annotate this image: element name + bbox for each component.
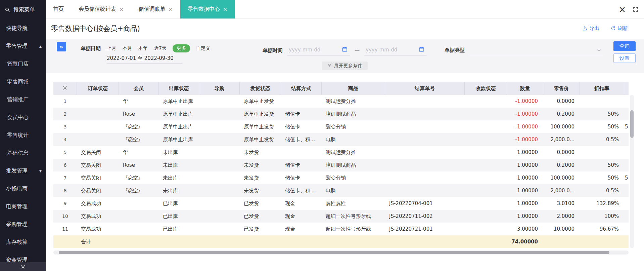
cell-price: 2.0000 [543, 210, 580, 223]
doc-type-select[interactable] [469, 45, 604, 55]
sidebar-item-smart-store[interactable]: 智慧门店 [0, 55, 46, 73]
tab-close-icon[interactable]: × [119, 6, 124, 12]
table-row-9[interactable]: 9交易成功已出库已发货现金属性属性JS-20220704-0011.000003… [53, 197, 629, 210]
vertical-scrollbar[interactable] [630, 95, 634, 248]
cell-settle_no [385, 120, 465, 133]
cell-sliver [624, 146, 629, 159]
horizontal-scrollbar[interactable] [53, 250, 629, 255]
column-settings-header[interactable] [53, 82, 77, 95]
doc-date-label: 单据日期 [81, 45, 101, 52]
query-button[interactable]: 查询 [613, 41, 636, 51]
date-quick-this-month[interactable]: 本月 [122, 45, 132, 52]
tab-member-stored-value-report[interactable]: 会员储值统计表× [71, 0, 131, 18]
sidebar-item-marketing-promotion[interactable]: 营销推广 [0, 91, 46, 109]
col-delivery-status[interactable]: 发货状态 [240, 82, 281, 95]
cell-guide [199, 95, 240, 108]
sidebar-item-retail-management[interactable]: 零售管理▲ [0, 37, 46, 55]
vertical-scrollbar-thumb[interactable] [630, 110, 634, 138]
filter-panel: » 单据日期 上月本月本年近7天更多自定义 2022-07-01 至 2022-… [46, 39, 644, 73]
collapse-filter-button[interactable]: » [57, 42, 66, 51]
date-quick-this-year[interactable]: 本年 [138, 45, 148, 52]
close-icon[interactable]: × [618, 5, 626, 14]
table-row-4[interactable]: 4『恋空』原单中止出库原单中止发货储值卡、积...电脑-1.000002,000… [53, 133, 629, 146]
cell-settle_method: 储值卡、积... [281, 184, 322, 197]
doc-date-filter: 单据日期 上月本月本年近7天更多自定义 2022-07-01 至 2022-09… [81, 44, 211, 64]
tab-home[interactable]: 首页 [46, 0, 71, 18]
sidebar-item-member-center[interactable]: 会员中心 [0, 109, 46, 126]
col-order-status[interactable]: 订单状态 [77, 82, 119, 95]
horizontal-scrollbar-thumb[interactable] [59, 251, 609, 254]
col-receipt-status[interactable]: 收款状态 [465, 82, 507, 95]
date-range-value[interactable]: 2022-07-01 至 2022-09-30 [107, 55, 182, 64]
col-member[interactable]: 会员 [119, 82, 159, 95]
gear-icon[interactable] [20, 264, 26, 269]
fullscreen-icon[interactable] [633, 6, 639, 12]
cell-price: 10.0000 [543, 223, 580, 235]
table-row-11[interactable]: 11交易成功已出库已发货现金超细一次性弓形牙线JS-20220721-0013.… [53, 223, 629, 235]
doc-time-from-input[interactable] [287, 45, 350, 55]
cell-settle_method: 现金 [281, 223, 322, 235]
col-discount-rate[interactable]: 折扣率 [580, 82, 624, 95]
date-quick-last-month[interactable]: 上月 [106, 45, 117, 52]
sidebar-item-xiaochang-ecommerce[interactable]: 小畅电商 [0, 180, 46, 198]
total-qty: 74.00000 [507, 235, 543, 248]
tab-close-icon[interactable]: × [168, 6, 173, 12]
cell-discount: 50% [580, 171, 624, 184]
date-quick-custom[interactable]: 自定义 [196, 45, 211, 52]
table-row-2[interactable]: 2Rose原单中止出库原单中止发货储值卡培训测试商品-1.000000.2000… [53, 108, 629, 120]
table-row-3[interactable]: 3『恋空』原单中止出库原单中止发货储值卡裂变分销-1.00000100.0000… [53, 120, 629, 133]
sidebar-item-retail-statistics[interactable]: 零售统计 [0, 126, 46, 144]
double-chevron-down-icon [327, 64, 332, 68]
calendar-icon[interactable] [342, 46, 348, 52]
export-button[interactable]: 导出 [582, 25, 599, 32]
col-settlement-no[interactable]: 结算单号 [385, 82, 465, 95]
calendar-icon[interactable] [419, 46, 424, 52]
sidebar-item-retail-mall[interactable]: 零售商城 [0, 73, 46, 91]
sidebar-item-wholesale-management[interactable]: 批发管理▼ [0, 162, 46, 180]
sidebar-item-purchase-management[interactable]: 采购管理 [0, 216, 46, 233]
col-outbound-status[interactable]: 出库状态 [159, 82, 199, 95]
col-settlement-method[interactable]: 结算方式 [281, 82, 322, 95]
cell-order_status [77, 120, 119, 133]
sidebar-item-inventory-accounting[interactable]: 库存核算 [0, 233, 46, 251]
doc-time-to-input[interactable] [364, 45, 427, 55]
cell-product: 测试运费分摊 [322, 146, 385, 159]
sidebar-item-basic-info[interactable]: 基础信息 [0, 144, 46, 162]
refresh-button[interactable]: 刷新 [611, 25, 628, 32]
expand-more-button[interactable]: 展开更多条件 [322, 62, 368, 70]
cell-num: 2 [53, 108, 77, 120]
cell-product: 超细一次性弓形牙线 [322, 223, 385, 235]
cell-price: 0.0000 [543, 95, 580, 108]
table-row-6[interactable]: 6交易关闭Rose未出库未发货储值卡培训测试商品1.000000.200050% [53, 159, 629, 171]
table-row-7[interactable]: 7交易关闭『恋空』未出库未发货储值卡裂变分销1.00000100.000050%… [53, 171, 629, 184]
cell-member: 华 [119, 95, 159, 108]
table-row-8[interactable]: 8交易关闭『恋空』未出库未发货储值卡、积...电脑1.000002,000.0.… [53, 184, 629, 197]
cell-qty: 1.00000 [507, 184, 543, 197]
tab-retail-data-center[interactable]: 零售数据中心× [180, 0, 235, 18]
col-product[interactable]: 商品 [322, 82, 385, 95]
main-content: 首页会员储值统计表×储值调账单×零售数据中心× × 零售数据中心(按会员+商品)… [46, 0, 644, 271]
cell-discount: 0.5% [580, 184, 624, 197]
cell-product: 电脑 [322, 184, 385, 197]
col-retail-price[interactable]: 零售价 [543, 82, 580, 95]
sidebar-item-label: 会员中心 [7, 114, 29, 121]
cell-receipt_status [465, 146, 507, 159]
sidebar-item-ecommerce-management[interactable]: 电商管理 [0, 198, 46, 216]
cell-qty: 1.00000 [507, 146, 543, 159]
sidebar-item-quick-nav[interactable]: 快捷导航 [0, 20, 46, 37]
table-row-10[interactable]: 10交易成功已出库已发货现金超细一次性弓形牙线JS-20220711-0021.… [53, 210, 629, 223]
date-quick-last-7-days[interactable]: 近7天 [154, 45, 167, 52]
table-row-5[interactable]: 5交易关闭华未出库未发货测试运费分摊1.000000.0000 [53, 146, 629, 159]
col-qty[interactable]: 数量 [507, 82, 543, 95]
settings-button[interactable]: 设置 [613, 53, 636, 63]
col-guide[interactable]: 导购 [199, 82, 240, 95]
sidebar-search[interactable]: 搜索菜单 [0, 0, 46, 20]
tab-stored-value-adjustment[interactable]: 储值调账单× [131, 0, 180, 18]
app-window: 搜索菜单 快捷导航零售管理▲智慧门店零售商城营销推广会员中心零售统计基础信息批发… [0, 0, 644, 271]
cell-settle_method: 现金 [281, 210, 322, 223]
date-quick-more[interactable]: 更多 [173, 44, 190, 52]
cell-order_status [77, 95, 119, 108]
sidebar-item-label: 零售商城 [7, 78, 29, 85]
tab-close-icon[interactable]: × [223, 6, 227, 12]
table-row-1[interactable]: 1华原单中止出库原单中止发货测试运费分摊-1.000000.0000 [53, 95, 629, 108]
